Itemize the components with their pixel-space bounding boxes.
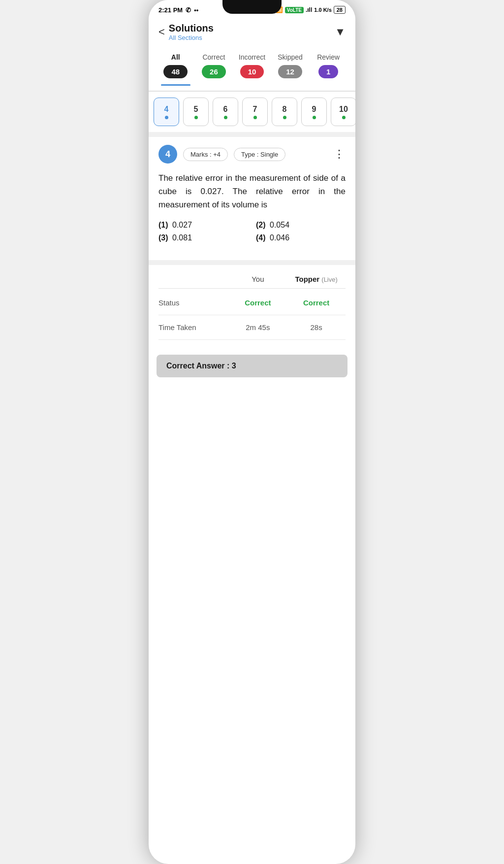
- col-header-you: You: [229, 275, 287, 283]
- q-num-8-label: 8: [283, 105, 287, 114]
- q-num-7-label: 7: [253, 105, 257, 114]
- col-header-topper: Topper (Live): [287, 275, 346, 283]
- options-grid: (1) 0.027 (2) 0.054 (3) 0.081 (4) 0.046: [158, 221, 346, 242]
- correct-answer-text: Correct Answer : 3: [166, 362, 236, 370]
- you-status: Correct: [229, 299, 287, 307]
- question-text: The relative error in the measurement of…: [158, 171, 346, 212]
- option-4: (4) 0.046: [256, 233, 346, 242]
- q-num-7[interactable]: 7: [242, 98, 268, 126]
- app-header: < Solutions All Sections ▼: [149, 17, 355, 46]
- comparison-row-time: Time Taken 2m 45s 28s: [158, 315, 346, 340]
- topper-live-label: (Live): [321, 276, 338, 283]
- phone-frame: 2:21 PM ✆ •• 📶 VoLTE .ıll 1.0 K/s 28 < S…: [149, 0, 355, 864]
- back-button[interactable]: <: [158, 26, 165, 38]
- status-right: 📶 VoLTE .ıll 1.0 K/s 28: [276, 6, 346, 14]
- q-dot-10: [342, 116, 346, 119]
- q-num-8[interactable]: 8: [272, 98, 297, 126]
- q-num-4[interactable]: 4: [154, 98, 179, 126]
- battery-container: 28: [334, 6, 346, 14]
- option-2-value: 0.054: [270, 221, 289, 229]
- q-num-6-label: 6: [223, 105, 228, 114]
- topper-status: Correct: [287, 299, 346, 307]
- q-dot-8: [283, 116, 286, 119]
- type-tag: Type : Single: [234, 148, 285, 161]
- tab-all-badge: 48: [163, 65, 188, 78]
- q-num-9-label: 9: [312, 105, 316, 114]
- q-num-6[interactable]: 6: [213, 98, 238, 126]
- battery-level: 28: [337, 7, 343, 13]
- option-3: (3) 0.081: [158, 233, 248, 242]
- tab-skipped-label: Skipped: [278, 53, 303, 61]
- option-2-num: (2): [256, 221, 266, 229]
- tab-all-label: All: [171, 53, 180, 61]
- option-1-value: 0.027: [172, 221, 192, 229]
- section-divider: [149, 132, 355, 137]
- q-num-5-label: 5: [194, 105, 198, 114]
- option-1: (1) 0.027: [158, 221, 248, 230]
- dots-icon: ••: [194, 6, 198, 14]
- comparison-section: You Topper (Live) Status Correct Correct…: [149, 265, 355, 350]
- q-dot-6: [224, 116, 227, 119]
- question-number-row: 4 5 6 7 8 9 10 11: [149, 92, 355, 132]
- tab-review-badge: 1: [318, 65, 338, 78]
- tab-correct-label: Correct: [202, 53, 225, 61]
- q-num-10-label: 10: [339, 105, 348, 114]
- tab-skipped-badge: 12: [278, 65, 302, 78]
- signal-icon: .ıll: [306, 6, 312, 13]
- filter-button[interactable]: ▼: [335, 26, 346, 38]
- time-display: 2:21 PM: [158, 6, 183, 14]
- option-1-num: (1): [158, 221, 168, 229]
- comparison-row-status: Status Correct Correct: [158, 291, 346, 315]
- option-4-value: 0.046: [270, 233, 289, 242]
- q-num-10[interactable]: 10: [331, 98, 355, 126]
- option-3-value: 0.081: [172, 233, 192, 242]
- you-time: 2m 45s: [229, 323, 287, 332]
- marks-tag: Marks : +4: [183, 148, 228, 161]
- topper-label: Topper: [295, 275, 321, 283]
- q-num-9[interactable]: 9: [301, 98, 327, 126]
- comparison-header: You Topper (Live): [158, 270, 346, 289]
- status-label: Status: [158, 299, 229, 307]
- q-num-4-label: 4: [164, 105, 169, 114]
- col-header-label: [158, 275, 229, 283]
- section-divider-2: [149, 260, 355, 265]
- time-label: Time Taken: [158, 323, 229, 332]
- question-meta: 4 Marks : +4 Type : Single ⋮: [158, 145, 346, 164]
- correct-answer-bar: Correct Answer : 3: [157, 355, 347, 377]
- tab-skipped[interactable]: Skipped 12: [276, 53, 305, 91]
- header-left: < Solutions All Sections: [158, 23, 214, 41]
- q-dot-7: [253, 116, 257, 119]
- tab-all[interactable]: All 48: [161, 53, 190, 91]
- tab-all-underline: [161, 84, 190, 86]
- more-options-button[interactable]: ⋮: [334, 148, 346, 161]
- tab-review-label: Review: [317, 53, 340, 61]
- tab-incorrect[interactable]: Incorrect 10: [237, 53, 267, 91]
- tab-incorrect-label: Incorrect: [239, 53, 265, 61]
- tab-correct[interactable]: Correct 26: [199, 53, 228, 91]
- tab-incorrect-badge: 10: [240, 65, 264, 78]
- q-dot-4: [165, 116, 168, 119]
- question-card: 4 Marks : +4 Type : Single ⋮ The relativ…: [149, 137, 355, 260]
- question-number-circle: 4: [158, 145, 177, 164]
- volte-badge: VoLTE: [285, 7, 304, 13]
- header-subtitle: All Sections: [169, 34, 214, 41]
- header-title: Solutions: [169, 23, 214, 34]
- tab-correct-badge: 26: [202, 65, 226, 78]
- header-text: Solutions All Sections: [169, 23, 214, 41]
- option-4-num: (4): [256, 233, 266, 242]
- sim-icon: ✆: [186, 6, 191, 14]
- q-num-5[interactable]: 5: [183, 98, 209, 126]
- q-dot-5: [194, 116, 198, 119]
- option-2: (2) 0.054: [256, 221, 346, 230]
- topper-time: 28s: [287, 323, 346, 332]
- option-3-num: (3): [158, 233, 168, 242]
- filter-tabs: All 48 Correct 26 Incorrect 10 Skipped 1…: [149, 46, 355, 91]
- speed-display: 1.0 K/s: [314, 7, 331, 13]
- q-dot-9: [313, 116, 316, 119]
- status-left: 2:21 PM ✆ ••: [158, 6, 198, 14]
- tab-review[interactable]: Review 1: [314, 53, 343, 91]
- notch: [222, 0, 282, 14]
